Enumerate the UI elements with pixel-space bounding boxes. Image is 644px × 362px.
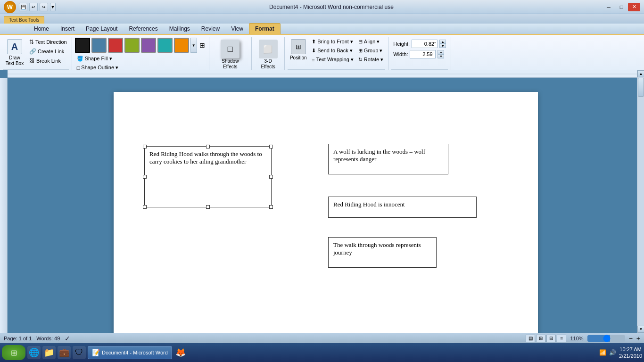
position-button[interactable]: ⊞ Position <box>288 38 309 62</box>
break-link-button[interactable]: ⛓ Break Link <box>27 57 69 65</box>
taskbar-firefox-icon[interactable]: 🦊 <box>174 346 187 359</box>
styles-expand-btn[interactable]: ⊞ <box>198 41 206 49</box>
zoom-plus[interactable]: + <box>636 335 640 342</box>
swatches-dropdown-btn[interactable]: ▼ <box>190 38 197 53</box>
handle-bl[interactable] <box>143 205 147 209</box>
status-right: ▤ ⊞ ⊟ ≡ 110% − + <box>526 335 640 342</box>
tab-home[interactable]: Home <box>28 24 55 34</box>
scroll-down-button[interactable]: ▼ <box>637 326 644 333</box>
tab-references[interactable]: References <box>123 24 163 34</box>
3d-icon: ⬜ <box>259 40 278 58</box>
tab-format[interactable]: Format <box>249 23 281 34</box>
handle-tc[interactable] <box>206 145 210 148</box>
taskbar-pinned-icons: 🌐 📁 💼 🛡 <box>27 346 86 359</box>
create-link-button[interactable]: 🔗 Create Link <box>27 47 69 56</box>
text-box-4[interactable]: The walk through woods represents journe… <box>328 237 437 268</box>
send-back-icon: ⬇ <box>312 48 316 54</box>
position-label: Position <box>290 55 307 60</box>
3d-effects-label: 3-DEffects <box>261 58 275 70</box>
text-box-1[interactable]: Red Riding Hood walks through the woods … <box>144 146 272 207</box>
send-back-button[interactable]: ⬇ Send to Back ▾ <box>310 47 355 55</box>
handle-ml[interactable] <box>143 175 147 179</box>
height-input[interactable] <box>412 40 438 48</box>
web-layout-btn[interactable]: ⊟ <box>546 335 556 342</box>
tab-mailings[interactable]: Mailings <box>164 24 196 34</box>
minimize-button[interactable]: ─ <box>603 3 615 11</box>
swatch-teal[interactable] <box>157 38 173 53</box>
align-button[interactable]: ⊟ Align ▾ <box>356 38 385 46</box>
text-box-3[interactable]: Red Riding Hood is innocent <box>328 197 477 218</box>
handle-tl[interactable] <box>143 145 147 148</box>
draw-text-box-button[interactable]: A DrawText Box <box>3 38 26 68</box>
width-input[interactable] <box>410 50 436 58</box>
3d-effects-button[interactable]: ⬜ 3-DEffects <box>255 38 281 72</box>
tab-insert[interactable]: Insert <box>55 24 80 34</box>
width-up-btn[interactable]: ▲ <box>438 50 444 54</box>
swatch-red[interactable] <box>108 38 123 53</box>
taskbar: ⊞ 🌐 📁 💼 🛡 📝 Document4 - Microsoft Word 🦊… <box>0 343 644 362</box>
height-up-btn[interactable]: ▲ <box>439 40 446 44</box>
tab-bar-top: Text Box Tools <box>0 14 644 24</box>
text-box-2[interactable]: A wolf is lurking in the woods – wolf re… <box>328 144 448 174</box>
swatch-purple[interactable] <box>141 38 156 53</box>
height-down-btn[interactable]: ▼ <box>439 44 446 48</box>
clock: 10:27 AM 2/21/2010 <box>619 346 642 360</box>
windows-logo-icon: ⊞ <box>11 348 17 357</box>
handle-bc[interactable] <box>206 205 210 209</box>
view-buttons: ▤ ⊞ ⊟ ≡ <box>526 335 566 342</box>
shadow-effects-button[interactable]: □ ShadowEffects <box>217 38 243 72</box>
swatch-orange[interactable] <box>174 38 189 53</box>
handle-tr[interactable] <box>269 145 273 148</box>
swatch-black[interactable] <box>75 38 90 53</box>
restore-button[interactable]: □ <box>615 3 627 11</box>
word-taskbar-button[interactable]: 📝 Document4 - Microsoft Word <box>88 346 172 359</box>
handle-mr[interactable] <box>269 175 273 179</box>
group-button[interactable]: ⊞ Group ▾ <box>356 47 385 55</box>
handle-br[interactable] <box>269 205 273 209</box>
undo-quick-btn[interactable]: ↩ <box>29 3 38 11</box>
text-wrapping-button[interactable]: ≡ Text Wrapping ▾ <box>310 56 355 64</box>
shape-fill-label: Shape Fill ▾ <box>85 56 112 62</box>
tab-page-layout[interactable]: Page Layout <box>80 24 123 34</box>
quick-access-dropdown[interactable]: ▼ <box>50 3 56 11</box>
print-layout-btn[interactable]: ▤ <box>526 335 535 342</box>
zoom-minus[interactable]: − <box>629 335 633 342</box>
page-scroll-area[interactable]: Red Riding Hood walks through the woods … <box>8 78 644 333</box>
word-taskbar-label: Document4 - Microsoft Word <box>102 350 168 355</box>
close-button[interactable]: ✕ <box>628 3 640 11</box>
tab-view[interactable]: View <box>225 24 249 34</box>
create-link-icon: 🔗 <box>29 48 36 55</box>
bring-front-icon: ⬆ <box>312 39 316 45</box>
save-quick-btn[interactable]: 💾 <box>19 3 27 11</box>
start-button[interactable]: ⊞ <box>2 345 25 360</box>
outline-view-btn[interactable]: ≡ <box>557 335 566 342</box>
vertical-scrollbar[interactable]: ▲ ▼ <box>637 70 644 333</box>
taskbar-security-icon[interactable]: 🛡 <box>73 346 86 359</box>
swatch-blue[interactable] <box>91 38 107 53</box>
text-link-col: ⇅ Text Direction 🔗 Create Link ⛓ Break L… <box>27 38 69 65</box>
scroll-thumb[interactable] <box>638 78 644 97</box>
bring-front-button[interactable]: ⬆ Bring to Front ▾ <box>310 38 355 46</box>
word-count: Words: 49 <box>36 336 60 341</box>
zoom-slider[interactable] <box>587 335 625 342</box>
office-button[interactable]: W <box>4 1 16 13</box>
horizontal-ruler <box>8 70 637 78</box>
tab-review[interactable]: Review <box>196 24 225 34</box>
arrange-col-2: ⊟ Align ▾ ⊞ Group ▾ ↻ Rotate ▾ <box>356 38 385 64</box>
scroll-up-button[interactable]: ▲ <box>637 70 644 77</box>
draw-text-box-label: DrawText Box <box>6 55 24 66</box>
shadow-effects-label: ShadowEffects <box>222 58 239 70</box>
swatch-green[interactable] <box>124 38 140 53</box>
shape-outline-icon: □ <box>77 65 80 71</box>
width-down-btn[interactable]: ▼ <box>438 54 444 58</box>
full-screen-btn[interactable]: ⊞ <box>536 335 545 342</box>
taskbar-money-icon[interactable]: 💼 <box>58 346 71 359</box>
scroll-track[interactable] <box>637 77 644 326</box>
redo-quick-btn[interactable]: ↪ <box>40 3 48 11</box>
rotate-button[interactable]: ↻ Rotate ▾ <box>356 56 385 64</box>
taskbar-ie-icon[interactable]: 🌐 <box>27 346 41 359</box>
bring-front-label: Bring to Front ▾ <box>317 39 353 45</box>
shape-fill-button[interactable]: 🪣 Shape Fill ▾ <box>75 55 124 63</box>
taskbar-explorer-icon[interactable]: 📁 <box>42 346 56 359</box>
text-direction-button[interactable]: ⇅ Text Direction <box>27 38 69 46</box>
